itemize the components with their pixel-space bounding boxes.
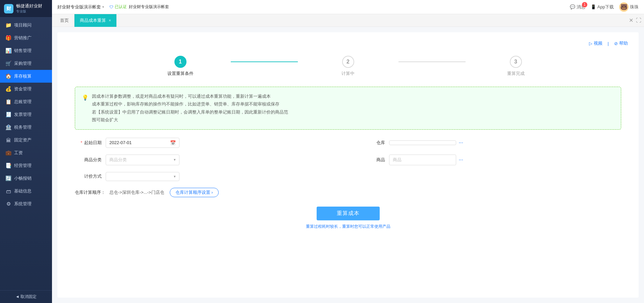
step-line-2 (398, 61, 466, 62)
topbar: 好业财专业版演示帐套 ▾ 🛡 已认证 好业财专业版演示帐套 💬 消息 1 📱 A… (52, 0, 644, 14)
warehouse-more-button[interactable]: ··· (459, 140, 463, 146)
shield-icon: 🛡 (109, 5, 113, 9)
warehouse-input[interactable] (389, 140, 456, 145)
step-3-label: 重算完成 (507, 71, 525, 77)
close-button[interactable]: ✕ (629, 17, 633, 24)
phone-icon: 📱 (591, 4, 596, 9)
verified-label: 已认证 (115, 4, 127, 10)
sidebar-item-label: 小畅报销 (14, 175, 32, 181)
calendar-icon[interactable]: 📅 (170, 140, 176, 145)
form-area: * 起始日期 2022-07-01 📅 仓库 ··· (68, 138, 628, 181)
category-select[interactable]: 商品分类 ▾ (106, 155, 179, 165)
sidebar-item-operations[interactable]: 📑 经营管理 (0, 159, 52, 172)
sidebar-item-salary[interactable]: 💼 工资 (0, 146, 52, 159)
sidebar-item-label: 基础信息 (14, 188, 32, 194)
accounting-icon: 📋 (5, 99, 11, 105)
sidebar-item-label: 固定资产 (14, 137, 32, 143)
warehouse-col: 仓库 ··· (338, 140, 622, 146)
product-col: 商品 商品 ··· (338, 155, 622, 165)
topbar-right: 💬 消息 1 📱 App下载 🐻 珠珠 (570, 2, 639, 12)
sidebar-item-expense[interactable]: 🔄 小畅报销 (0, 172, 52, 185)
warehouse-order-row: 仓库计算顺序： 总仓->深圳仓库->...->门店仓 仓库计算顺序设置 › (68, 188, 628, 197)
project-icon: 📁 (5, 22, 11, 28)
stepper: 1 设置重算条件 2 计算中 3 重算完成 (68, 49, 628, 87)
app-download-button[interactable]: 📱 App下载 (591, 4, 614, 10)
sidebar-item-accounting[interactable]: 📋 总账管理 (0, 95, 52, 108)
user-avatar: 🐻 (619, 2, 629, 12)
pricing-select[interactable]: ▾ (106, 172, 179, 181)
finance-icon: 💰 (5, 86, 11, 92)
assets-icon: 🏛 (5, 137, 11, 143)
tab-recalc[interactable]: 商品成本重算 × (74, 14, 117, 27)
tab-home[interactable]: 首页 (55, 14, 74, 27)
form-row-2: 商品分类 商品分类 ▾ 商品 商品 ··· (75, 155, 621, 165)
user-avatar-button[interactable]: 🐻 珠珠 (619, 2, 639, 12)
sidebar-item-sales[interactable]: 📊 销售管理 (0, 44, 52, 57)
warehouse-label: 仓库 (358, 140, 385, 146)
sidebar-item-label: 销售管理 (14, 48, 32, 54)
app-logo-text: 畅捷通好业财 专业版 (16, 3, 42, 14)
sidebar-item-marketing[interactable]: 🎁 营销推广 (0, 32, 52, 44)
sidebar-item-tax[interactable]: 🏦 税务管理 (0, 121, 52, 134)
step-2: 2 计算中 (298, 56, 398, 77)
sidebar-item-project[interactable]: 📁 项目顾问 (0, 19, 52, 32)
sidebar-item-label: 采购管理 (14, 60, 32, 67)
warehouse-order-label: 仓库计算顺序： (75, 189, 105, 196)
sidebar-unpin-button[interactable]: ◄ 取消固定 (0, 290, 52, 303)
step-2-circle: 2 (342, 56, 354, 68)
warehouse-order-value: 总仓->深圳仓库->...->门店仓 (109, 189, 164, 196)
system-icon: ⚙ (5, 201, 11, 207)
sidebar-item-purchase[interactable]: 🛒 采购管理 (0, 57, 52, 70)
help-link[interactable]: ⊘ 帮助 (614, 40, 628, 46)
category-col: 商品分类 商品分类 ▾ (75, 155, 338, 165)
marketing-icon: 🎁 (5, 35, 11, 41)
app-logo-icon: 财 (4, 4, 13, 13)
sales-icon: 📊 (5, 48, 11, 54)
sidebar: 财 畅捷通好业财 专业版 📁 项目顾问 🎁 营销推广 📊 销售管理 🛒 采购管理… (0, 0, 52, 303)
lightbulb-icon: 💡 (82, 93, 89, 124)
salary-icon: 💼 (5, 150, 11, 156)
sidebar-item-inventory[interactable]: 🏠 库存核算 (0, 70, 52, 83)
pricing-dropdown-icon: ▾ (174, 174, 176, 179)
sidebar-item-label: 经营管理 (14, 163, 32, 169)
product-label: 商品 (358, 157, 385, 163)
inventory-icon: 🏠 (5, 73, 11, 79)
maximize-button[interactable]: ⛶ (636, 17, 641, 24)
video-link[interactable]: ▷ 视频 (589, 40, 602, 46)
warehouse-order-settings-button[interactable]: 仓库计算顺序设置 › (170, 188, 219, 197)
sidebar-item-system[interactable]: ⚙ 系统管理 (0, 198, 52, 210)
account-selector[interactable]: 好业财专业版演示帐套 ▾ (57, 4, 104, 10)
help-icon: ⊘ (614, 41, 618, 46)
tab-bar: 首页 商品成本重算 × ✕ ⛶ (52, 14, 644, 27)
sidebar-item-label: 工资 (14, 150, 23, 156)
tab-close-button[interactable]: × (109, 18, 111, 23)
basic-icon: 🗃 (5, 188, 11, 194)
sidebar-item-label: 发票管理 (14, 112, 32, 118)
message-button[interactable]: 💬 消息 1 (570, 4, 585, 10)
message-badge: 1 (582, 2, 587, 7)
product-more-button[interactable]: ··· (459, 157, 463, 163)
sidebar-nav: 📁 项目顾问 🎁 营销推广 📊 销售管理 🛒 采购管理 🏠 库存核算 💰 资金管… (0, 17, 52, 290)
sidebar-item-assets[interactable]: 🏛 固定资产 (0, 134, 52, 146)
content-inner: ▷ 视频 | ⊘ 帮助 1 设置重算条件 (57, 32, 639, 298)
sidebar-item-invoice[interactable]: 🧾 发票管理 (0, 108, 52, 121)
info-box: 💡 因成本计算参数调整，或是对商品成本有疑问时，可以通过成本重算功能，重新计算一… (75, 87, 621, 130)
expense-icon: 🔄 (5, 175, 11, 181)
sidebar-item-label: 税务管理 (14, 124, 32, 130)
step-2-label: 计算中 (341, 71, 355, 77)
product-input[interactable]: 商品 (389, 155, 456, 165)
recalc-button[interactable]: 重算成本 (317, 207, 380, 220)
start-date-input[interactable]: 2022-07-01 📅 (106, 138, 179, 148)
verification-badge: 🛡 已认证 好业财专业版演示帐套 (109, 4, 169, 10)
message-icon: 💬 (570, 4, 575, 9)
pricing-label: 计价方式 (75, 173, 102, 179)
invoice-icon: 🧾 (5, 112, 11, 118)
sidebar-item-basic[interactable]: 🗃 基础信息 (0, 185, 52, 198)
info-box-text: 因成本计算参数调整，或是对商品成本有疑问时，可以通过成本重算功能，重新计算一遍成… (92, 92, 288, 124)
action-btn-wrap: 重算成本 重算过程耗时较长，重算时您可以正常使用产品 (68, 207, 628, 229)
play-icon: ▷ (589, 41, 592, 46)
operations-icon: 📑 (5, 163, 11, 169)
sidebar-item-finance[interactable]: 💰 资金管理 (0, 83, 52, 95)
step-3: 3 重算完成 (466, 56, 566, 77)
start-date-label: * 起始日期 (75, 140, 102, 146)
